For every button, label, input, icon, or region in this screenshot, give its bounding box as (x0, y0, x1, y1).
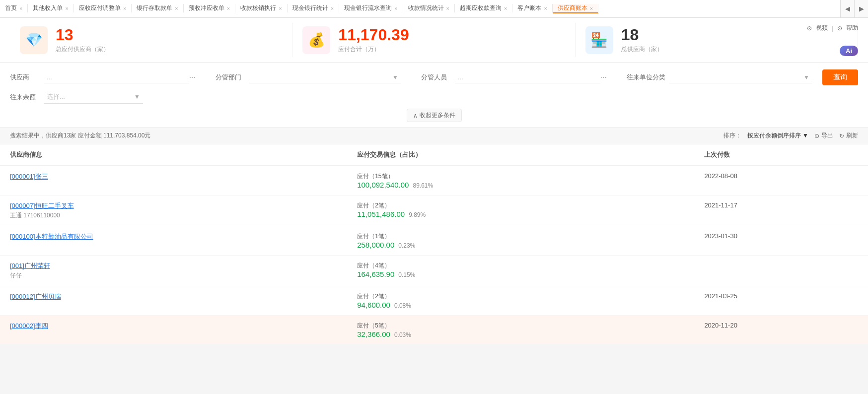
nav-label: 收款情况统计 (408, 4, 444, 12)
last-pay-date: 2021-11-17 (704, 201, 737, 209)
supplier-link[interactable]: [000002]李四 (10, 322, 48, 329)
nav-close-icon[interactable]: × (123, 5, 126, 11)
collapse-icon: ∧ (413, 112, 418, 119)
filter-manager: 分管人员 ... ··· (421, 71, 607, 83)
nav-close-icon[interactable]: × (446, 5, 449, 11)
supplier-cell: [000100]本特勤油品有限公司 (0, 226, 347, 256)
nav-label: 银行存取款单 (137, 4, 172, 12)
supplier-input[interactable]: ... (44, 71, 189, 83)
nav-item-customer-ledger[interactable]: 客户账本× (512, 4, 552, 12)
last-pay-cell (694, 256, 868, 286)
video-link[interactable]: 视频 (816, 24, 828, 32)
tx-amount[interactable]: 11,051,486.00 (357, 210, 405, 218)
tx-cell: 应付（4笔）164,635.900.15% (347, 256, 694, 286)
nav-item-overdue-query[interactable]: 超期应收款查询× (455, 4, 512, 12)
nav-label: 客户账本 (517, 4, 541, 12)
balance-select[interactable]: 选择... ▼ (44, 90, 143, 104)
nav-close-icon[interactable]: × (175, 5, 178, 11)
balance-chevron-icon: ▼ (134, 93, 140, 100)
manager-input[interactable]: ... (455, 71, 600, 83)
nav-item-bank-deposit[interactable]: 银行存取款单× (132, 4, 183, 12)
supplier-link[interactable]: [000100]本特勤油品有限公司 (10, 233, 93, 240)
query-button[interactable]: 查询 (822, 69, 858, 85)
nav-item-collection-stats[interactable]: 收款情况统计× (403, 4, 455, 12)
tx-percent: 89.61% (413, 182, 433, 189)
nav-close-icon[interactable]: × (19, 5, 22, 11)
tx-amount[interactable]: 258,000.00 (357, 241, 394, 249)
manager-label: 分管人员 (421, 73, 451, 82)
table-body: [000001]张三应付（15笔）100,092,540.0089.61%202… (0, 166, 868, 345)
nav-item-supplier-ledger[interactable]: 供应商账本× (553, 4, 598, 13)
filter-supplier: 供应商 ... ··· (10, 71, 196, 83)
nav-next-button[interactable]: ▶ (854, 0, 868, 18)
tx-cell: 应付（2笔）94,600.000.08% (347, 286, 694, 316)
nav-close-icon[interactable]: × (279, 5, 282, 11)
nav-item-cash-bank-stats[interactable]: 现金银行统计× (288, 4, 339, 12)
last-pay-date: 2021-03-25 (704, 292, 737, 300)
last-pay-date: 2023-01-30 (704, 232, 737, 240)
tx-amount[interactable]: 164,635.90 (357, 270, 394, 278)
supplier-link[interactable]: [000001]张三 (10, 173, 48, 180)
supplier-dots[interactable]: ··· (189, 73, 196, 82)
filter-area: 供应商 ... ··· 分管部门 ▼ 分管人员 ... ··· 往来单 (0, 63, 868, 128)
export-icon: ⊙ (814, 132, 819, 139)
tx-amount[interactable]: 100,092,540.00 (357, 181, 409, 189)
manager-dots[interactable]: ··· (600, 73, 607, 82)
nav-close-icon[interactable]: × (394, 5, 397, 11)
data-table-wrapper: 供应商信息 应付交易信息（占比） 上次付数 [000001]张三应付（15笔）1… (0, 144, 868, 345)
nav-item-prepay-offset[interactable]: 预收冲应收单× (184, 4, 235, 12)
total-payable-suppliers-label: 总应付供应商（家） (56, 45, 109, 54)
nav-item-home[interactable]: 首页× (0, 4, 28, 12)
collapse-button[interactable]: ∧ 收起更多条件 (407, 109, 462, 122)
refresh-icon: ↻ (839, 132, 844, 139)
export-button[interactable]: ⊙ 导出 (814, 131, 833, 140)
help-link[interactable]: 帮助 (846, 24, 858, 32)
stats-bar: 💎 13 总应付供应商（家） 💰 11,170.39 应付合计（万） 🏪 18 … (0, 18, 868, 63)
sort-select[interactable]: 按应付余额倒序排序 ▼ (747, 131, 808, 140)
last-pay-cell: 2022-08-08 (694, 166, 868, 196)
nav-item-ar-ap-adjust[interactable]: 应收应付调整单× (74, 4, 132, 12)
col-last-pay: 上次付数 (694, 144, 868, 166)
supplier-link[interactable]: [000012]广州贝瑞 (10, 293, 61, 300)
balance-label: 往来余额 (10, 93, 40, 102)
tx-amount[interactable]: 94,600.00 (357, 301, 390, 309)
last-pay-cell: 2021-03-25 (694, 286, 868, 316)
supplier-cell: [000001]张三 (0, 166, 347, 196)
nav-label: 现金银行统计 (292, 4, 328, 12)
nav-label: 超期应收款查询 (460, 4, 502, 12)
supplier-link[interactable]: [001]广州荣轩 (10, 262, 50, 269)
tx-label: 应付（1笔） (357, 232, 684, 241)
header-links: ⊙ 视频 | ⊙ 帮助 (807, 24, 858, 32)
tx-amount[interactable]: 32,366.00 (357, 330, 390, 338)
tx-cell: 应付（2笔）11,051,486.009.89% (347, 196, 694, 226)
supplier-link[interactable]: [000007]恒旺二手叉车 (10, 202, 74, 209)
nav-close-icon[interactable]: × (544, 5, 547, 11)
table-row: [000002]李四应付（5笔）32,366.000.03%2020-11-20 (0, 316, 868, 345)
nav-label: 应收应付调整单 (79, 4, 121, 12)
nav-close-icon[interactable]: × (331, 5, 334, 11)
nav-prev-button[interactable]: ◀ (840, 0, 854, 18)
nav-item-collection-verify[interactable]: 收款核销执行× (235, 4, 287, 12)
results-right: 排序： 按应付余额倒序排序 ▼ ⊙ 导出 ↻ 刷新 (723, 131, 858, 140)
dept-select[interactable]: ▼ (249, 72, 401, 83)
results-summary: 搜索结果中，供应商13家 应付金额 111,703,854.00元 (10, 131, 150, 140)
refresh-button[interactable]: ↻ 刷新 (839, 131, 858, 140)
nav-item-other-income[interactable]: 其他收入单× (28, 4, 73, 12)
stat-total-payable-amount: 💰 11,170.39 应付合计（万） (292, 23, 575, 57)
tx-label: 应付（5笔） (357, 322, 684, 330)
filter-dept: 分管部门 ▼ (216, 72, 401, 83)
supplier-cell: [001]广州荣轩仔仔 (0, 256, 347, 286)
nav-close-icon[interactable]: × (65, 5, 68, 11)
last-pay-date: 2020-11-20 (704, 322, 737, 329)
nav-close-icon[interactable]: × (504, 5, 507, 11)
nav-label: 现金银行流水查询 (344, 4, 392, 12)
circle-icon2: ⊙ (837, 25, 842, 32)
nav-close-icon[interactable]: × (227, 5, 230, 11)
nav-label: 收款核销执行 (240, 4, 276, 12)
nav-item-cash-bank-flow[interactable]: 现金银行流水查询× (339, 4, 403, 12)
nav-close-icon[interactable]: × (590, 5, 593, 11)
ai-button[interactable]: Ai (840, 46, 858, 56)
unit-category-select[interactable]: ▼ (669, 72, 812, 83)
results-bar: 搜索结果中，供应商13家 应付金额 111,703,854.00元 排序： 按应… (0, 128, 868, 144)
tx-cell: 应付（5笔）32,366.000.03% (347, 316, 694, 345)
